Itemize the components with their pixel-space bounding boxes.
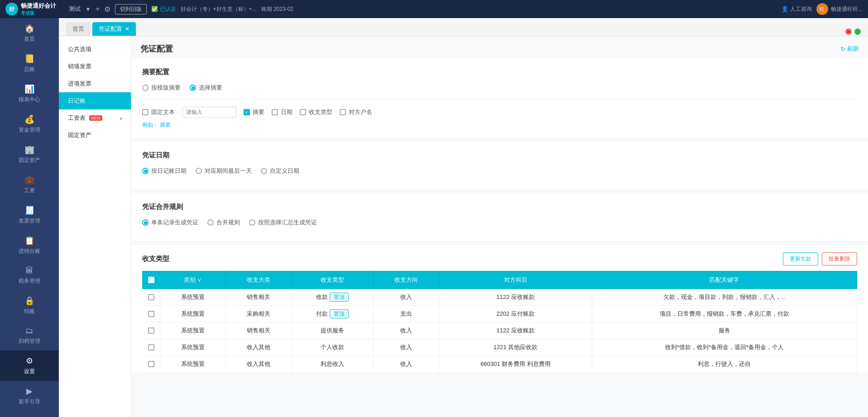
radio-template-circle: [142, 85, 149, 91]
sidebar-item-funds[interactable]: 💰 资金管理: [0, 109, 59, 139]
income-expense-section: 收支类型 更新欠款 批量删除 ✓: [131, 245, 868, 373]
row2-account: 2202 应付账款: [439, 306, 592, 322]
sidebar-item-settings[interactable]: ⚙ 设置: [0, 351, 59, 381]
page-title: 凭证配置: [140, 43, 173, 54]
cb-row3: [148, 327, 154, 334]
sidebar-item-assets[interactable]: 🏢 固定资产: [0, 139, 59, 170]
funds-icon: 💰: [24, 114, 34, 124]
th-category: 类别 ∨: [160, 271, 226, 289]
cb-date: [272, 109, 278, 115]
user-menu[interactable]: 旺 畅捷通旺旺...: [816, 3, 863, 15]
radio-single-record[interactable]: 单条记录生成凭证: [142, 218, 198, 227]
row1-direction: 收入: [374, 289, 439, 306]
checkbox-summary[interactable]: 摘要: [244, 108, 264, 116]
row3-checkbox[interactable]: [148, 327, 155, 334]
radio-template-summary[interactable]: 按模版摘要: [142, 84, 181, 92]
radio-custom-circle: [261, 168, 267, 174]
merge-section: 凭证合并规则 单条记录生成凭证 合并规则 按照选择汇总生成凭证: [131, 194, 868, 242]
row2-checkbox[interactable]: [148, 311, 155, 317]
left-nav-purchase-invoice[interactable]: 进项发票: [59, 75, 131, 92]
left-nav-sales-invoice[interactable]: 销项发票: [59, 58, 131, 75]
radio-custom-date[interactable]: 自定义日期: [261, 167, 299, 175]
company-name: 测试: [69, 5, 81, 13]
sidebar-item-stock[interactable]: 📋 进销台账: [0, 230, 59, 261]
reports-icon: 📊: [24, 84, 34, 94]
archive-icon: 🗂: [25, 326, 34, 336]
example-text: 例如： 摘要: [142, 121, 857, 129]
sidebar-item-reports[interactable]: 📊 报表中心: [0, 79, 59, 109]
row1-checkbox[interactable]: [148, 294, 155, 300]
new-badge: NEW: [89, 115, 102, 121]
left-nav-fixed-assets[interactable]: 固定资产: [59, 127, 131, 144]
delete-button[interactable]: 批量删除: [822, 252, 857, 265]
radio-select-summary[interactable]: 选择摘要: [190, 84, 222, 92]
cb-select-all: ✓: [148, 277, 154, 283]
tax-icon: 🏛: [25, 266, 34, 275]
tab-home[interactable]: 首页: [66, 22, 91, 36]
window-close-button[interactable]: ✕: [845, 28, 852, 35]
row2-check: [143, 306, 160, 322]
sidebar-item-ledger[interactable]: 📒 总账: [0, 48, 59, 79]
radio-merge-rule[interactable]: 合并规则: [207, 218, 240, 227]
th-major: 收支大类: [225, 271, 291, 289]
company-dropdown-icon[interactable]: ▼: [85, 6, 91, 13]
update-button[interactable]: 更新欠款: [783, 252, 818, 265]
row5-checkbox[interactable]: [148, 361, 155, 367]
row3-check: [143, 322, 160, 339]
reset-tag-1[interactable]: 置顶: [330, 293, 349, 302]
fixed-text-input[interactable]: [182, 107, 236, 118]
th-type: 收支类型: [291, 271, 374, 289]
tab-home-label: 首页: [72, 25, 84, 33]
row4-checkbox[interactable]: [148, 344, 155, 351]
row2-category: 系统预置: [160, 306, 226, 322]
left-nav-payroll[interactable]: 工资表 NEW ›: [59, 109, 131, 127]
select-all-checkbox[interactable]: ✓: [148, 277, 154, 283]
checkbox-counterpart[interactable]: 对方户名: [340, 108, 372, 116]
tab-close-icon[interactable]: ✕: [125, 26, 129, 32]
chevron-right-icon: ›: [120, 115, 122, 122]
left-nav-journal[interactable]: 日记账: [59, 92, 131, 109]
refresh-icon: ↻: [840, 46, 845, 52]
checkbox-date[interactable]: 日期: [272, 108, 293, 116]
tab-voucher-label: 凭证配置: [99, 25, 122, 33]
sidebar-item-tax[interactable]: 🏛 税务管理: [0, 261, 59, 290]
row1-type: 收款 置顶: [291, 289, 374, 306]
sidebar-label-close: 结账: [24, 308, 35, 315]
merge-title: 凭证合并规则: [142, 203, 857, 211]
checkbox-income-type[interactable]: 收支类型: [300, 108, 332, 116]
summary-checkbox-group: 固定文本 摘要 日期 收支类型: [142, 107, 857, 118]
row5-account: 660301 财务费用 利息费用: [439, 356, 592, 373]
sidebar-item-home[interactable]: 🏠 首页: [0, 18, 59, 48]
row5-category: 系统预置: [160, 356, 226, 373]
help-button[interactable]: 👤 人工咨询: [782, 5, 812, 13]
sidebar-item-member[interactable]: ★ 畅会员: [0, 411, 59, 417]
tab-voucher-config[interactable]: 凭证配置 ✕: [92, 22, 136, 36]
main-layout: 🏠 首页 📒 总账 📊 报表中心 💰 资金管理 🏢 固定资产 💼 工资 🧾 发票…: [0, 18, 868, 417]
table-row: 系统预置 收入其他 利息收入 收入 660301 财务费用 利息费用 利息，行驶…: [143, 356, 857, 373]
reset-tag-2[interactable]: 置顶: [330, 309, 349, 318]
row3-account: 1122 应收账款: [439, 322, 592, 339]
radio-summary-generate[interactable]: 按照选择汇总生成凭证: [249, 218, 317, 227]
radio-journal-date[interactable]: 按日记账日期: [142, 167, 187, 175]
window-max-button[interactable]: □: [854, 28, 861, 35]
th-direction: 收支方向: [374, 271, 439, 289]
income-expense-table: ✓ 类别 ∨ 收支大类 收支类型 收支方向 对方科目 匹配关键字: [142, 271, 857, 373]
divider-1: [142, 99, 857, 100]
row4-category: 系统预置: [160, 339, 226, 356]
content-area: 首页 凭证配置 ✕ ✕ □ 公共选项 销项发票: [59, 18, 868, 417]
add-icon[interactable]: +: [96, 5, 100, 13]
radio-period-last[interactable]: 对应期间最后一天: [196, 167, 252, 175]
left-nav-public[interactable]: 公共选项: [59, 41, 131, 58]
sidebar-item-guide[interactable]: ▶ 新手引导: [0, 381, 59, 411]
logo-icon: 好: [5, 3, 18, 15]
checkbox-fixed-text[interactable]: 固定文本: [142, 108, 175, 116]
settings-icon[interactable]: ⚙: [104, 5, 110, 14]
radio-journal-circle: [142, 168, 149, 174]
sidebar-item-archive[interactable]: 🗂 归档管理: [0, 321, 59, 351]
switch-version-button[interactable]: 切到旧版: [115, 4, 147, 14]
sidebar-label-ledger: 总账: [24, 66, 35, 73]
sidebar-item-close[interactable]: 🔒 结账: [0, 290, 59, 321]
sidebar-item-invoice[interactable]: 🧾 发票管理: [0, 200, 59, 230]
refresh-button[interactable]: ↻ 刷新: [840, 45, 859, 53]
sidebar-item-salary[interactable]: 💼 工资: [0, 170, 59, 200]
